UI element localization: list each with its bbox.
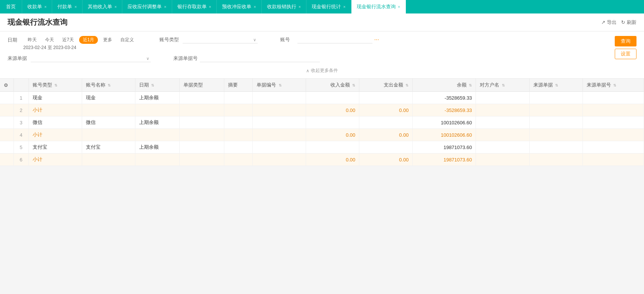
source-doc-label: 来源单据 <box>8 55 29 62</box>
account-type-label: 账号类型 <box>159 36 180 43</box>
table-row: 5支付宝支付宝上期余额19871073.60 <box>0 141 644 154</box>
date-btn-custom[interactable]: 自定义 <box>117 36 137 44</box>
table-row: 6小计0.000.0019871073.60 <box>0 154 644 166</box>
nav-tab-xianjinliushui[interactable]: 现金银行流水查询 × <box>351 0 406 13</box>
nav-tab-yinhangcunqu[interactable]: 银行存取款单 × <box>172 0 217 13</box>
source-doc-num-input[interactable] <box>200 55 320 62</box>
nav-tab-fukuandan[interactable]: 付款单 × <box>52 0 82 13</box>
close-icon[interactable]: × <box>164 4 166 9</box>
column-gear[interactable]: ⚙ <box>0 79 14 92</box>
column-counterparty[interactable]: 对方户名 ⇅ <box>476 79 529 92</box>
nav-tab-xianjintongji[interactable]: 现金银行统计 × <box>306 0 351 13</box>
account-input[interactable] <box>297 36 372 43</box>
nav-home[interactable]: 首页 <box>0 0 22 13</box>
nav-tab-yingshoutiaozheng[interactable]: 应收应付调整单 × <box>122 0 172 13</box>
data-table: ⚙ 账号类型 ⇅ 账号名称 ⇅ 日期 ⇅ 单据类型 <box>0 79 644 166</box>
date-btn-1month[interactable]: 近1月 <box>79 36 98 44</box>
sort-icon: ⇅ <box>108 83 111 87</box>
column-index <box>14 79 29 92</box>
column-date[interactable]: 日期 ⇅ <box>135 79 179 92</box>
column-source-doc[interactable]: 来源单据 ⇅ <box>529 79 582 92</box>
sort-icon: ⇅ <box>54 83 57 87</box>
table-row: 3微信微信上期余额100102606.60 <box>0 116 644 129</box>
close-icon[interactable]: × <box>209 4 211 9</box>
refresh-icon: ↻ <box>621 19 625 25</box>
date-options: 昨天 今天 近7天 近1月 更多 自定义 <box>25 36 137 44</box>
page-title: 现金银行流水查询 <box>8 17 68 27</box>
close-icon[interactable]: × <box>74 4 77 9</box>
column-account-name[interactable]: 账号名称 ⇅ <box>82 79 135 92</box>
close-icon[interactable]: × <box>398 4 400 9</box>
refresh-button[interactable]: ↻ 刷新 <box>621 19 636 26</box>
column-income[interactable]: 收入金额 ⇅ <box>306 79 359 92</box>
close-icon[interactable]: × <box>114 4 117 9</box>
column-doc-type[interactable]: 单据类型 <box>180 79 224 92</box>
column-expense[interactable]: 支出金额 ⇅ <box>359 79 413 92</box>
source-doc-input[interactable] <box>31 55 151 62</box>
table-header-row: ⚙ 账号类型 ⇅ 账号名称 ⇅ 日期 ⇅ 单据类型 <box>0 79 644 92</box>
sort-icon: ⇅ <box>469 83 472 87</box>
nav-tab-qitashouru[interactable]: 其他收入单 × <box>83 0 122 13</box>
export-icon: ↗ <box>601 19 605 25</box>
close-icon[interactable]: × <box>254 4 256 9</box>
export-button[interactable]: ↗ 导出 <box>601 19 617 26</box>
close-icon[interactable]: × <box>299 4 301 9</box>
settings-button[interactable]: 设置 <box>615 49 636 59</box>
dots-button[interactable]: ··· <box>374 36 379 43</box>
filter-area: 日期 昨天 今天 近7天 近1月 更多 自定义 2023-02-24 至 202… <box>0 31 644 79</box>
date-btn-more[interactable]: 更多 <box>100 36 115 44</box>
query-button[interactable]: 查询 <box>615 36 636 46</box>
table-row: 4小计0.000.00100102606.60 <box>0 129 644 141</box>
source-doc-num-label: 来源单据号 <box>173 55 198 62</box>
date-filter-label: 日期 <box>8 37 23 43</box>
header-actions: ↗ 导出 ↻ 刷新 <box>601 19 636 26</box>
sort-icon: ⇅ <box>555 83 558 87</box>
sort-icon: ⇅ <box>405 83 408 87</box>
page-header: 现金银行流水查询 ↗ 导出 ↻ 刷新 <box>0 13 644 31</box>
account-label: 账号 <box>280 36 295 43</box>
table-row: 1现金现金上期余额-3528659.33 <box>0 92 644 104</box>
account-type-input[interactable] <box>183 36 258 43</box>
column-balance[interactable]: 余额 ⇅ <box>413 79 476 92</box>
sort-icon: ⇅ <box>613 83 616 87</box>
column-summary: 摘要 <box>224 79 252 92</box>
sort-icon: ⇅ <box>502 83 505 87</box>
filter-action-buttons: 查询 设置 <box>615 36 636 59</box>
close-icon[interactable]: × <box>44 4 47 9</box>
sort-icon: ⇅ <box>352 83 355 87</box>
column-doc-no[interactable]: 单据编号 ⇅ <box>252 79 306 92</box>
data-table-container: ⚙ 账号类型 ⇅ 账号名称 ⇅ 日期 ⇅ 单据类型 <box>0 79 644 166</box>
sort-icon: ⇅ <box>151 83 154 87</box>
column-source-doc-no[interactable]: 来源单据号 ⇅ <box>582 79 644 92</box>
nav-tab-shoukuanhexiao[interactable]: 收款核销执行 × <box>262 0 306 13</box>
collapse-icon: ∧ <box>306 68 309 73</box>
top-navigation: 首页 收款单 × 付款单 × 其他收入单 × 应收应付调整单 × 银行存取款单 … <box>0 0 644 13</box>
gear-icon[interactable]: ⚙ <box>4 82 8 88</box>
sort-icon: ⇅ <box>279 83 282 87</box>
nav-tab-shoukuandan[interactable]: 收款单 × <box>22 0 52 13</box>
date-btn-today[interactable]: 今天 <box>42 36 57 44</box>
close-icon[interactable]: × <box>343 4 345 9</box>
table-row: 2小计0.000.00-3528659.33 <box>0 104 644 116</box>
date-btn-yesterday[interactable]: 昨天 <box>25 36 40 44</box>
column-account-type[interactable]: 账号类型 ⇅ <box>29 79 82 92</box>
nav-tab-yushoufanying[interactable]: 预收冲应收单 × <box>217 0 261 13</box>
collapse-bar[interactable]: ∧ 收起更多条件 <box>8 66 636 74</box>
date-btn-7days[interactable]: 近7天 <box>59 36 77 44</box>
date-range-display: 2023-02-24 至 2023-03-24 <box>23 45 76 50</box>
